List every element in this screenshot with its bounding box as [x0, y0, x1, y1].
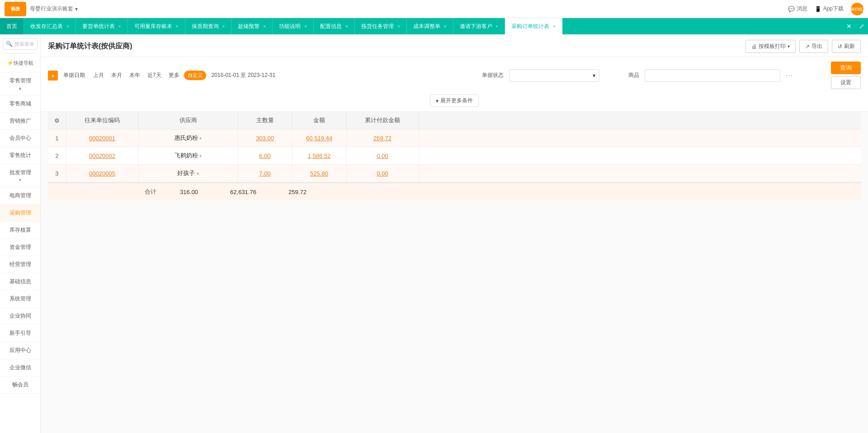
top-bar-right: 💬 消息 📱 App下载 demo2 — [788, 3, 863, 15]
sidebar-item-ecommerce[interactable]: 电商管理 — [0, 187, 40, 205]
settings-icon[interactable]: ⚙ — [54, 117, 60, 124]
tab-inventory[interactable]: 可用量库存账本 × — [128, 18, 185, 34]
refresh-button[interactable]: ↺ 刷新 — [832, 40, 861, 53]
goods-label: 商品 — [628, 71, 639, 79]
row-code[interactable]: 00020005 — [66, 165, 138, 182]
row-code[interactable]: 00020002 — [66, 147, 138, 165]
sidebar-item-basic[interactable]: 基础信息 — [0, 273, 40, 290]
close-icon[interactable]: × — [553, 24, 556, 29]
footer-amount: 62,631.76 — [216, 189, 270, 195]
sidebar-item-quicknav[interactable]: ⚡ 快捷导航 — [0, 56, 40, 70]
export-button[interactable]: ↗ 导出 — [799, 40, 828, 53]
tab-label: 成本调整单 — [413, 23, 440, 30]
close-icon[interactable]: × — [304, 24, 307, 29]
date-btn-last-month[interactable]: 上月 — [90, 71, 107, 80]
sidebar-item-member[interactable]: 会员中心 — [0, 130, 40, 147]
sidebar-item-retail-store[interactable]: 零售商城 — [0, 95, 40, 113]
sidebar-item-marketing[interactable]: 营销推广 — [0, 113, 40, 130]
footer-paid: 259.72 — [270, 189, 325, 195]
row-amount[interactable]: 1,586.52 — [292, 147, 346, 165]
sidebar-item-system[interactable]: 系统管理 — [0, 290, 40, 308]
tab-label: 收发存汇总表 — [30, 23, 63, 30]
close-icon[interactable]: × — [496, 24, 499, 29]
tab-validity[interactable]: 保质期查询 × — [185, 18, 232, 34]
chevron-down-icon: ▾ — [199, 153, 202, 158]
tab-cost-adjust[interactable]: 成本调整单 × — [407, 18, 453, 34]
more-options-icon[interactable]: ⋯ — [786, 71, 793, 80]
row-qty[interactable]: 7.00 — [238, 165, 292, 182]
table-row: 2 00020002 飞鹤奶粉 ▾ 6.00 1,586.52 0.00 — [48, 147, 861, 165]
sidebar-item-newguide[interactable]: 新手引导 — [0, 325, 40, 342]
close-icon[interactable]: × — [444, 24, 447, 29]
close-icon[interactable]: × — [222, 24, 225, 29]
row-amount[interactable]: 525.80 — [292, 165, 346, 182]
close-icon[interactable]: × — [176, 24, 179, 29]
close-icon[interactable]: × — [263, 24, 266, 29]
sidebar-item-wholesale[interactable]: 批发管理 ▾ — [0, 164, 40, 187]
sidebar-item-appcenter[interactable]: 应用中心 — [0, 342, 40, 359]
filter-toggle-button[interactable]: › — [48, 71, 58, 81]
date-btn-this-month[interactable]: 本月 — [108, 71, 125, 80]
tab-order-summary[interactable]: 要货单统计表 × — [76, 18, 128, 34]
row-qty[interactable]: 6.00 — [238, 147, 292, 165]
tab-receive[interactable]: 收发存汇总表 × — [24, 18, 76, 34]
settings-button[interactable]: 设置 — [831, 76, 861, 89]
message-link[interactable]: 💬 消息 — [788, 5, 807, 13]
row-qty[interactable]: 303.00 — [238, 129, 292, 147]
row-paid[interactable]: 0.00 — [346, 147, 419, 165]
user-profile[interactable]: demo2 — [851, 3, 863, 15]
sidebar-item-wechat[interactable]: 企业微信 — [0, 359, 40, 376]
status-select[interactable]: ▾ — [509, 69, 599, 82]
tab-pick-task[interactable]: 拣货任务管理 × — [355, 18, 407, 34]
date-btn-more[interactable]: 更多 — [166, 71, 182, 80]
close-icon[interactable]: × — [118, 24, 121, 29]
quicknav-icon: ⚡ — [7, 60, 14, 66]
date-custom-badge[interactable]: 自定义 — [184, 71, 206, 80]
tab-purchase-stat[interactable]: 采购订单统计表 × — [505, 18, 562, 34]
sidebar-item-finance[interactable]: 资金管理 — [0, 239, 40, 256]
sidebar-item-enterprise[interactable]: 企业协同 — [0, 308, 40, 325]
sidebar-item-retail-stat[interactable]: 零售统计 — [0, 147, 40, 164]
sidebar-item-stock[interactable]: 库存核算 — [0, 222, 40, 239]
sidebar-nav: ⚡ 快捷导航 — [0, 54, 40, 72]
row-paid[interactable]: 259.72 — [346, 129, 419, 147]
restore-icon[interactable]: ⤢ — [855, 18, 868, 34]
search-button[interactable]: 查询 — [831, 62, 861, 74]
sidebar-item-purchase[interactable]: 采购管理 — [0, 205, 40, 222]
data-table: ⚙ 往来单位编码 供应商 主数量 金额 累计付款金额 1 00020001 惠氏… — [48, 112, 861, 182]
print-button[interactable]: 🖨 按模板打印 ▾ — [745, 40, 796, 53]
date-btn-7days[interactable]: 近7天 — [145, 71, 164, 80]
close-all-tabs-icon[interactable]: ✕ — [843, 18, 855, 34]
app-download-link[interactable]: 📱 App下载 — [815, 5, 844, 13]
filter-row-1: › 单据日期 上月 本月 本年 近7天 更多 自定义 2016-01-01 至 — [48, 62, 861, 89]
sidebar-item-operation[interactable]: 经营管理 — [0, 256, 40, 273]
main-layout: 🔍 搜索菜单 ⚡ 快捷导航 零售管理 ▲ 零售商城 营销推广 会员中心 — [0, 34, 868, 433]
tab-config[interactable]: 配置信息 × — [314, 18, 355, 34]
sidebar-item-label: 会员中心 — [9, 134, 31, 142]
close-icon[interactable]: × — [66, 24, 69, 29]
footer-qty: 316.00 — [162, 189, 216, 195]
sidebar-item-member2[interactable]: 畅会员 — [0, 376, 40, 394]
workspace-selector[interactable]: 母婴行业演示账套 ▾ — [30, 5, 78, 13]
page-header: 采购订单统计表(按供应商) 🖨 按模板打印 ▾ ↗ 导出 ↺ 刷新 — [41, 34, 868, 57]
tab-home[interactable]: 首页 — [0, 18, 24, 34]
sidebar-item-retail[interactable]: 零售管理 ▲ — [0, 72, 40, 95]
table-row: 1 00020001 惠氏奶粉 ▾ 303.00 60,519.44 259.7… — [48, 129, 861, 147]
expand-more-button[interactable]: ▾ 展开更多条件 — [430, 95, 479, 107]
search-box[interactable]: 🔍 搜索菜单 — [3, 38, 38, 50]
row-amount[interactable]: 60,519.44 — [292, 129, 346, 147]
th-code: 往来单位编码 — [66, 112, 138, 129]
sidebar-item-label: 营销推广 — [9, 117, 31, 125]
row-code[interactable]: 00020001 — [66, 129, 138, 147]
row-paid[interactable]: 0.00 — [346, 165, 419, 182]
date-shortcuts: 上月 本月 本年 近7天 更多 自定义 — [90, 71, 206, 80]
goods-input[interactable] — [645, 69, 780, 82]
tab-invite[interactable]: 邀请下游客户 × — [453, 18, 505, 34]
tab-function[interactable]: 功能说明 × — [273, 18, 314, 34]
close-icon[interactable]: × — [345, 24, 348, 29]
date-btn-this-year[interactable]: 本年 — [127, 71, 143, 80]
tab-overstock[interactable]: 超储预警 × — [231, 18, 273, 34]
sidebar-item-label: 零售统计 — [9, 152, 31, 159]
home-tab-label: 首页 — [6, 23, 17, 30]
close-icon[interactable]: × — [397, 24, 400, 29]
